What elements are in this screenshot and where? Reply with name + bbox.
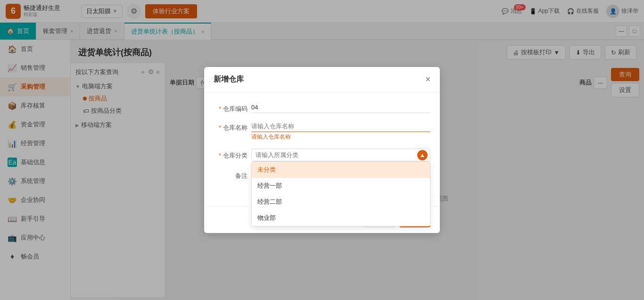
dropdown-item-0[interactable]: 未分类 xyxy=(252,162,430,178)
category-field-row: * 仓库分类 ▲ 未分类 经营一部 经营二部 物业部 xyxy=(214,149,430,161)
notes-label: 备注 xyxy=(214,169,251,180)
category-toggle-button[interactable]: ▲ xyxy=(417,150,428,160)
dialog-header: 新增仓库 × xyxy=(204,67,440,92)
category-dropdown: 未分类 经营一部 经营二部 物业部 xyxy=(251,161,430,226)
dialog-title: 新增仓库 xyxy=(214,75,244,84)
name-input[interactable] xyxy=(251,121,430,132)
new-warehouse-dialog: 新增仓库 × * 仓库编码 * 仓库名称 请输入仓库名称 xyxy=(204,67,440,233)
category-input[interactable] xyxy=(251,149,430,161)
name-error-msg: 请输入仓库名称 xyxy=(251,133,430,141)
dialog-body: * 仓库编码 * 仓库名称 请输入仓库名称 * 仓库分类 xyxy=(204,92,440,206)
category-field: ▲ 未分类 经营一部 经营二部 物业部 xyxy=(251,149,430,161)
name-field: 请输入仓库名称 xyxy=(251,121,430,141)
dialog-close-button[interactable]: × xyxy=(425,75,430,84)
dropdown-item-3[interactable]: 物业部 xyxy=(252,210,430,226)
name-field-row: * 仓库名称 请输入仓库名称 xyxy=(214,121,430,141)
code-field xyxy=(251,102,430,113)
dropdown-item-1[interactable]: 经营一部 xyxy=(252,178,430,194)
name-label: * 仓库名称 xyxy=(214,121,251,132)
code-input[interactable] xyxy=(251,102,430,113)
category-label: * 仓库分类 xyxy=(214,149,251,160)
code-field-row: * 仓库编码 xyxy=(214,102,430,113)
dropdown-item-2[interactable]: 经营二部 xyxy=(252,194,430,210)
code-label: * 仓库编码 xyxy=(214,102,251,113)
